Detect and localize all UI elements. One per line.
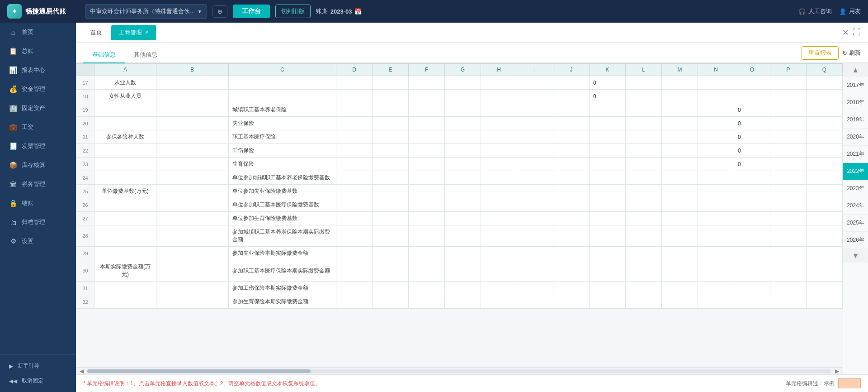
cell-21-m[interactable] [661,130,698,144]
cell-17-f[interactable] [408,76,444,90]
service-button[interactable]: 🎧 人工咨询 [798,7,832,15]
cell-31-h[interactable] [481,282,517,295]
cell-25-q[interactable] [806,185,842,198]
year-item[interactable]: 2026年 [843,232,868,249]
cell-29-j[interactable] [553,247,589,260]
cell-27-g[interactable] [444,212,481,225]
cell-21-h[interactable] [481,130,517,144]
cell-31-i[interactable] [517,282,553,295]
company-selector[interactable]: 中审众环会计师事务所（特殊普通合伙... ▼ [85,4,207,19]
cell-28-g[interactable] [444,225,481,247]
sidebar-item-home[interactable]: ⌂ 首页 [0,23,76,42]
cell-25-e[interactable] [372,185,408,198]
cell-29-p[interactable] [770,247,806,260]
cell-22-f[interactable] [408,144,444,158]
cell-21-q[interactable] [806,130,842,144]
cell-18-j[interactable] [553,90,589,103]
cell-31-n[interactable] [698,282,734,295]
cell-22-c[interactable]: 工伤保险 [228,144,336,158]
table-row[interactable]: 31参加工伤保险本期实际缴费金额 [76,282,843,295]
cell-17-h[interactable] [481,76,517,90]
expand-panel-button[interactable]: ⛶ [853,28,861,37]
cell-30-n[interactable] [698,260,734,282]
cell-20-k[interactable] [589,117,625,130]
cell-20-n[interactable] [698,117,734,130]
cell-29-g[interactable] [444,247,481,260]
cell-19-k[interactable] [589,103,625,117]
cell-28-i[interactable] [517,225,553,247]
cell-29-e[interactable] [372,247,408,260]
cell-26-a[interactable] [94,198,156,212]
cell-17-c[interactable] [228,76,336,90]
year-item[interactable]: 2023年 [843,180,868,197]
cell-20-g[interactable] [444,117,481,130]
cell-22-e[interactable] [372,144,408,158]
cell-31-q[interactable] [806,282,842,295]
cell-29-m[interactable] [661,247,698,260]
cell-32-n[interactable] [698,295,734,309]
cell-30-p[interactable] [770,260,806,282]
cell-21-i[interactable] [517,130,553,144]
cell-27-q[interactable] [806,212,842,225]
cell-27-n[interactable] [698,212,734,225]
cell-26-e[interactable] [372,198,408,212]
cell-26-k[interactable] [589,198,625,212]
cell-26-f[interactable] [408,198,444,212]
cell-19-l[interactable] [625,103,661,117]
cell-26-b[interactable] [156,198,228,212]
cell-32-m[interactable] [661,295,698,309]
cell-23-k[interactable] [589,158,625,171]
cell-21-e[interactable] [372,130,408,144]
cell-23-p[interactable] [770,158,806,171]
cell-26-q[interactable] [806,198,842,212]
cell-19-n[interactable] [698,103,734,117]
cell-21-j[interactable] [553,130,589,144]
cell-28-m[interactable] [661,225,698,247]
cell-32-f[interactable] [408,295,444,309]
cell-28-a[interactable] [94,225,156,247]
cell-20-b[interactable] [156,117,228,130]
cell-29-d[interactable] [336,247,372,260]
cell-32-o[interactable] [734,295,770,309]
cell-27-a[interactable] [94,212,156,225]
cell-32-c[interactable]: 参加生育保险本期实际缴费金额 [228,295,336,309]
cell-24-c[interactable]: 单位参加城镇职工基本养老保险缴费基数 [228,171,336,185]
cell-21-a[interactable]: 参保各险种人数 [94,130,156,144]
cell-31-a[interactable] [94,282,156,295]
year-item[interactable]: 2019年 [843,111,868,129]
sidebar-item-report[interactable]: 📊 报表中心 [0,61,76,80]
cell-28-c[interactable]: 参加城镇职工基本养老保险本期实际缴费金额 [228,225,336,247]
cell-32-j[interactable] [553,295,589,309]
cell-29-l[interactable] [625,247,661,260]
cell-31-k[interactable] [589,282,625,295]
cell-22-g[interactable] [444,144,481,158]
cell-18-d[interactable] [336,90,372,103]
cell-25-l[interactable] [625,185,661,198]
cell-19-g[interactable] [444,103,481,117]
cell-19-h[interactable] [481,103,517,117]
cell-27-j[interactable] [553,212,589,225]
cell-19-q[interactable] [806,103,842,117]
cell-24-i[interactable] [517,171,553,185]
cell-29-h[interactable] [481,247,517,260]
cell-31-c[interactable]: 参加工伤保险本期实际缴费金额 [228,282,336,295]
cell-21-b[interactable] [156,130,228,144]
cell-22-l[interactable] [625,144,661,158]
cell-25-c[interactable]: 单位参加失业保险缴费基数 [228,185,336,198]
cell-18-c[interactable] [228,90,336,103]
cell-28-b[interactable] [156,225,228,247]
cell-23-e[interactable] [372,158,408,171]
cell-31-g[interactable] [444,282,481,295]
cell-21-n[interactable] [698,130,734,144]
cell-23-g[interactable] [444,158,481,171]
cell-28-e[interactable] [372,225,408,247]
year-item[interactable]: 2020年 [843,129,868,146]
cell-18-q[interactable] [806,90,842,103]
table-row[interactable]: 32参加生育保险本期实际缴费金额 [76,295,843,309]
cell-18-m[interactable] [661,90,698,103]
cell-20-p[interactable] [770,117,806,130]
cell-18-a[interactable]: 女性从业人员 [94,90,156,103]
cell-17-p[interactable] [770,76,806,90]
sidebar-item-fixed[interactable]: 🏢 固定资产 [0,99,76,118]
cell-29-b[interactable] [156,247,228,260]
